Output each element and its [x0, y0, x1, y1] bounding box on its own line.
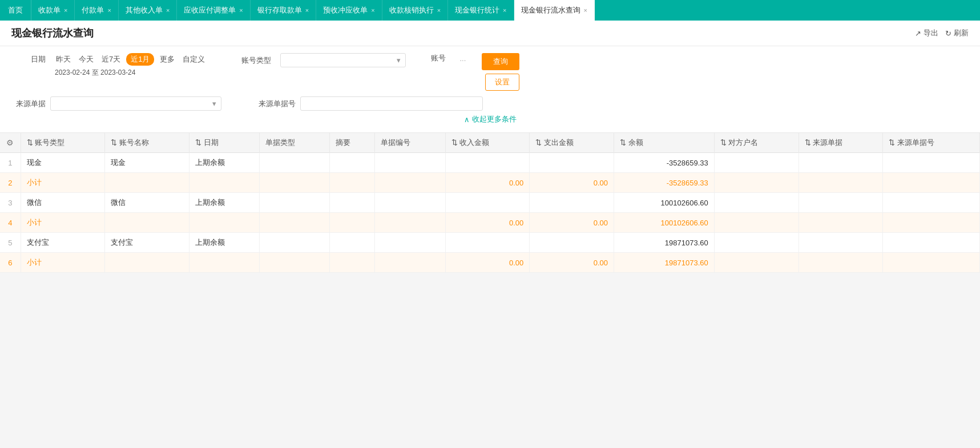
- account-type-select[interactable]: ▾: [280, 53, 406, 67]
- right-actions: 查询 设置: [482, 53, 519, 91]
- export-icon: ↗: [915, 29, 921, 38]
- chevron-down-icon-2: ▾: [212, 99, 216, 108]
- cell-source-doc-num: [883, 233, 980, 253]
- col-balance[interactable]: ⇅ 余额: [614, 133, 715, 153]
- cell-doc-type: [260, 233, 330, 253]
- cell-source-doc: [798, 253, 883, 273]
- cell-summary: [330, 173, 375, 193]
- top-nav: 首页 收款单 × 付款单 × 其他收入单 × 应收应付调整单 × 银行存取款单 …: [0, 0, 980, 21]
- cell-counterpart: [714, 233, 798, 253]
- row-number: 6: [0, 253, 21, 273]
- nav-tab-7[interactable]: 现金银行统计 ×: [448, 0, 514, 21]
- cell-doc-number: [375, 153, 445, 173]
- cell-counterpart: [714, 193, 798, 213]
- cell-date: 上期余额: [189, 233, 260, 253]
- close-icon[interactable]: ×: [371, 7, 374, 14]
- cell-expense: 0.00: [530, 173, 614, 193]
- close-icon[interactable]: ×: [437, 7, 441, 14]
- close-icon[interactable]: ×: [503, 7, 506, 14]
- col-counterpart[interactable]: ⇅ 对方户名: [714, 133, 798, 153]
- refresh-icon: ↻: [945, 29, 951, 38]
- cell-account-type: 小计: [21, 173, 105, 193]
- shortcut-custom[interactable]: 自定义: [180, 53, 207, 66]
- cell-doc-type: [260, 173, 330, 193]
- nav-tab-1[interactable]: 付款单 ×: [75, 0, 118, 21]
- shortcut-1month[interactable]: 近1月: [126, 53, 154, 66]
- query-button[interactable]: 查询: [482, 53, 519, 70]
- source-doc-num-input[interactable]: [300, 96, 483, 111]
- close-icon[interactable]: ×: [584, 7, 587, 14]
- shortcut-yesterday[interactable]: 昨天: [54, 53, 73, 66]
- cell-summary: [330, 153, 375, 173]
- cell-expense: [530, 153, 614, 173]
- cell-source-doc: [798, 213, 883, 233]
- cell-account-type: 小计: [21, 213, 105, 233]
- cell-source-doc-num: [883, 153, 980, 173]
- close-icon[interactable]: ×: [166, 7, 170, 14]
- cell-expense: 0.00: [530, 213, 614, 233]
- nav-tab-3[interactable]: 应收应付调整单 ×: [177, 0, 250, 21]
- cell-account-type: 支付宝: [21, 233, 105, 253]
- gear-icon[interactable]: ⚙: [6, 138, 14, 147]
- nav-tab-4[interactable]: 银行存取款单 ×: [251, 0, 316, 21]
- cell-counterpart: [714, 153, 798, 173]
- cell-source-doc: [798, 233, 883, 253]
- table-row: 5支付宝支付宝上期余额19871073.60: [0, 233, 980, 253]
- nav-home[interactable]: 首页: [0, 0, 31, 21]
- date-shortcuts: 昨天 今天 近7天 近1月 更多 自定义: [54, 53, 207, 66]
- cell-source-doc-num: [883, 173, 980, 193]
- close-icon[interactable]: ×: [64, 7, 67, 14]
- col-source-doc-num[interactable]: ⇅ 来源单据号: [883, 133, 980, 153]
- nav-tab-8[interactable]: 现金银行流水查询 ×: [514, 0, 595, 21]
- col-doc-type[interactable]: 单据类型: [260, 133, 330, 153]
- col-account-type[interactable]: ⇅ 账号类型: [21, 133, 105, 153]
- cell-account-name: 现金: [105, 153, 189, 173]
- nav-tab-5[interactable]: 预收冲应收单 ×: [316, 0, 382, 21]
- col-account-name[interactable]: ⇅ 账号名称: [105, 133, 189, 153]
- filter-area: 日期 昨天 今天 近7天 近1月 更多 自定义 2023-02-24 至 202…: [0, 46, 980, 133]
- cell-summary: [330, 233, 375, 253]
- col-income[interactable]: ⇅ 收入金额: [445, 133, 530, 153]
- cell-source-doc-num: [883, 213, 980, 233]
- source-doc-group: 来源单据 ▾: [11, 96, 221, 111]
- col-settings[interactable]: ⚙: [0, 133, 21, 153]
- nav-tab-0[interactable]: 收款单 ×: [31, 0, 75, 21]
- account-label: 账号: [429, 53, 446, 63]
- export-button[interactable]: ↗ 导出: [915, 28, 938, 38]
- col-source-doc[interactable]: ⇅ 来源单据: [798, 133, 883, 153]
- filter-row-2: 来源单据 ▾ 来源单据号: [11, 96, 969, 111]
- nav-tab-2[interactable]: 其他收入单 ×: [119, 0, 177, 21]
- table-row: 6小计0.000.0019871073.60: [0, 253, 980, 273]
- account-type-label: 账号类型: [241, 55, 271, 66]
- close-icon[interactable]: ×: [239, 7, 243, 14]
- cell-income: 0.00: [445, 173, 530, 193]
- col-expense[interactable]: ⇅ 支出金额: [530, 133, 614, 153]
- col-date[interactable]: ⇅ 日期: [189, 133, 260, 153]
- cell-doc-type: [260, 253, 330, 273]
- cell-counterpart: [714, 173, 798, 193]
- settings-button[interactable]: 设置: [485, 74, 519, 91]
- source-doc-select[interactable]: ▾: [50, 96, 221, 111]
- source-doc-num-group: 来源单据号: [256, 96, 483, 111]
- collapse-bar[interactable]: ∧ 收起更多条件: [11, 111, 969, 126]
- refresh-button[interactable]: ↻ 刷新: [945, 28, 969, 38]
- page-title: 现金银行流水查询: [11, 26, 94, 40]
- nav-tab-6[interactable]: 收款核销执行 ×: [382, 0, 448, 21]
- shortcut-today[interactable]: 今天: [76, 53, 96, 66]
- close-icon[interactable]: ×: [107, 7, 111, 14]
- shortcut-more[interactable]: 更多: [158, 53, 177, 66]
- row-number: 2: [0, 173, 21, 193]
- account-dots[interactable]: ...: [459, 54, 466, 63]
- cell-expense: 0.00: [530, 253, 614, 273]
- cell-balance: 19871073.60: [614, 253, 715, 273]
- date-range: 2023-02-24 至 2023-03-24: [55, 68, 135, 76]
- cell-doc-number: [375, 173, 445, 193]
- chevron-down-icon: ▾: [397, 56, 401, 64]
- cell-date: [189, 213, 260, 233]
- cell-balance: -3528659.33: [614, 173, 715, 193]
- source-doc-num-label: 来源单据号: [256, 99, 296, 109]
- cell-date: 上期余额: [189, 193, 260, 213]
- cell-summary: [330, 253, 375, 273]
- shortcut-7days[interactable]: 近7天: [99, 53, 123, 66]
- close-icon[interactable]: ×: [305, 7, 309, 14]
